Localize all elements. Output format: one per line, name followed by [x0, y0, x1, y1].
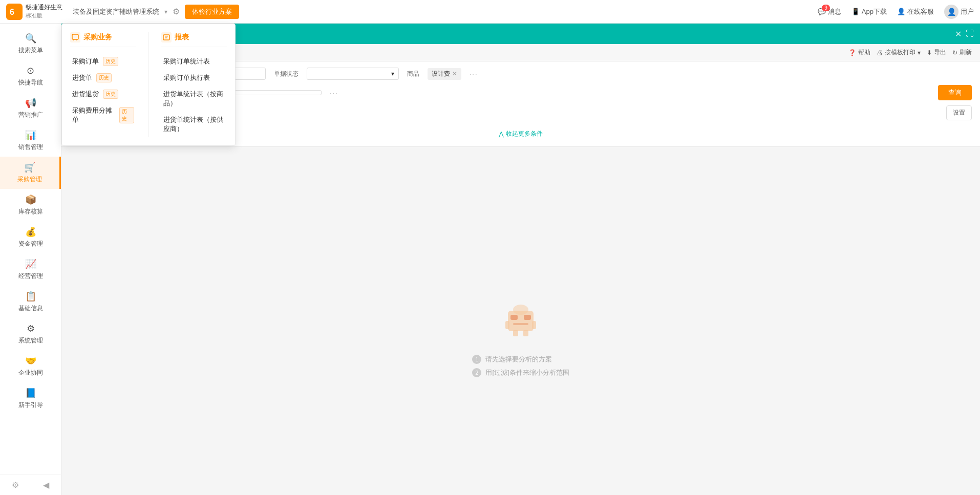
sidebar-item-nav-label: 快捷导航 [18, 78, 43, 87]
newbie-icon: 📘 [25, 388, 36, 399]
search-icon: 🔍 [25, 33, 36, 44]
empty-tip-1: 1 请先选择要分析的方案 [472, 355, 569, 364]
svg-rect-2 [510, 315, 518, 320]
step-1-icon: 1 [472, 355, 481, 364]
sidebar-settings-icon[interactable]: ⚙ [12, 480, 19, 490]
sidebar-item-inventory[interactable]: 📦 库存核算 [0, 189, 61, 221]
query-button[interactable]: 查询 [938, 85, 972, 100]
service-icon: 👤 [897, 8, 905, 15]
purchase-expense-label: 采购费用分摊单 [72, 106, 115, 124]
sidebar-item-nav[interactable]: ⊙ 快捷导航 [0, 60, 61, 92]
online-service-label: 在线客服 [907, 7, 934, 16]
sidebar-item-purchase-label: 采购管理 [17, 175, 42, 184]
doc-status-select[interactable]: ▾ [307, 68, 399, 80]
logo-sub: 标准版 [26, 12, 62, 19]
sidebar-item-newbie[interactable]: 📘 新手引导 [0, 382, 61, 415]
sidebar-item-system-label: 系统管理 [18, 336, 43, 345]
purchase-title-icon [70, 32, 80, 42]
export-icon: ⬇ [927, 49, 932, 56]
purchase-icon: 🛒 [24, 162, 35, 173]
message-badge: 9 [822, 5, 830, 11]
export-action[interactable]: ⬇ 导出 [927, 48, 946, 57]
goods-more-dots[interactable]: ··· [470, 70, 478, 78]
sidebar-item-basic[interactable]: 📋 基础信息 [0, 286, 61, 318]
goods-tag-value: 设计费 [432, 70, 450, 78]
purchase-order-exec-label: 采购订单执行表 [163, 73, 210, 82]
operations-icon: 📈 [25, 259, 36, 270]
logo-area: 6 畅捷通好生意 标准版 [6, 4, 68, 20]
purchase-business-col: 采购业务 采购订单 历史 进货单 历史 进货退货 历史 采购费用分摊单 历史 [70, 32, 136, 137]
sidebar-item-finance[interactable]: 💰 资金管理 [0, 221, 61, 253]
menu-goods-stat-by-product[interactable]: 进货单统计表（按商品） [161, 86, 227, 112]
topbar-right: 💬 9 消息 📱 App下载 👤 在线客服 👤 用户 [818, 5, 974, 19]
svg-rect-13 [163, 35, 169, 40]
menu-purchase-expense[interactable]: 采购费用分摊单 历史 [70, 102, 136, 128]
logo-name: 畅捷通好生意 [26, 4, 62, 12]
sidebar-item-operations[interactable]: 📈 经营管理 [0, 253, 61, 286]
topbar: 6 畅捷通好生意 标准版 装备及固定资产辅助管理系统 ▾ ⚙ 体验行业方案 💬 … [0, 0, 980, 24]
sidebar-item-enterprise[interactable]: 🤝 企业协同 [0, 350, 61, 382]
report-col: 报表 采购订单统计表 采购订单执行表 进货单统计表（按商品） 进货单统计表（按供… [161, 32, 227, 137]
menu-purchase-order-stat[interactable]: 采购订单统计表 [161, 53, 227, 70]
menu-goods-stat-by-supplier[interactable]: 进货单统计表（按供应商） [161, 112, 227, 137]
settings-button[interactable]: 设置 [946, 105, 972, 120]
message-action[interactable]: 💬 9 消息 [818, 7, 841, 16]
step-2-icon: 2 [472, 368, 481, 377]
online-service-action[interactable]: 👤 在线客服 [897, 7, 934, 16]
report-title: 报表 [161, 32, 227, 47]
menu-purchase-order[interactable]: 采购订单 历史 [70, 53, 136, 70]
refresh-icon: ↻ [952, 49, 957, 56]
print-icon: 🖨 [877, 49, 883, 56]
purchase-order-label: 采购订单 [72, 57, 99, 66]
menu-goods-receipt[interactable]: 进货单 历史 [70, 70, 136, 86]
tab-close-all-icon[interactable]: ✕ [955, 29, 962, 39]
doc-status-arrow: ▾ [391, 70, 394, 77]
help-icon: ❓ [848, 49, 856, 56]
refresh-action[interactable]: ↻ 刷新 [952, 48, 972, 57]
print-dropdown-icon[interactable]: ▾ [918, 49, 921, 56]
industry-btn[interactable]: 体验行业方案 [185, 5, 239, 19]
tab-expand-icon[interactable]: ⛶ [966, 29, 974, 38]
svg-rect-3 [524, 315, 531, 320]
report-title-text: 报表 [175, 33, 189, 42]
purchase-dropdown-popup: 采购业务 采购订单 历史 进货单 历史 进货退货 历史 采购费用分摊单 历史 [61, 24, 236, 146]
enterprise-icon: 🤝 [25, 355, 36, 367]
purchase-order-history: 历史 [103, 57, 118, 66]
svg-point-9 [513, 305, 528, 315]
mobile-icon: 📱 [851, 8, 860, 15]
sidebar-item-system[interactable]: ⚙ 系统管理 [0, 318, 61, 350]
settings-icon[interactable]: ⚙ [173, 7, 180, 16]
svg-rect-10 [72, 34, 78, 39]
sidebar-item-search[interactable]: 🔍 搜索菜单 [0, 28, 61, 60]
user-label: 用户 [961, 7, 974, 16]
sidebar-item-marketing[interactable]: 📢 营销推广 [0, 92, 61, 124]
goods-return-history: 历史 [103, 90, 118, 99]
salesperson-more-dots[interactable]: ··· [330, 89, 338, 97]
sidebar-item-sales[interactable]: 📊 销售管理 [0, 124, 61, 157]
sidebar-collapse-icon[interactable]: ◀ [43, 480, 49, 490]
goods-stat-by-supplier-label: 进货单统计表（按供应商） [163, 115, 225, 134]
doc-status-label: 单据状态 [274, 70, 299, 78]
app-download-label: App下载 [862, 7, 887, 16]
goods-tag-close-icon[interactable]: ✕ [452, 70, 457, 77]
svg-rect-6 [532, 321, 536, 329]
sidebar-item-purchase[interactable]: 🛒 采购管理 [0, 157, 61, 189]
salesperson-select[interactable] [229, 90, 322, 95]
user-action[interactable]: 👤 用户 [944, 5, 974, 19]
refresh-label: 刷新 [960, 48, 972, 57]
print-action[interactable]: 🖨 按模板打印 ▾ [877, 48, 921, 57]
system-dropdown-arrow[interactable]: ▾ [164, 8, 167, 15]
dropdown-divider [148, 32, 149, 137]
help-action[interactable]: ❓ 帮助 [848, 48, 870, 57]
menu-purchase-order-exec[interactable]: 采购订单执行表 [161, 70, 227, 86]
tab-bar-right: ✕ ⛶ [955, 29, 980, 39]
print-label: 按模板打印 [885, 48, 915, 57]
svg-rect-4 [513, 323, 528, 325]
sidebar: 🔍 搜索菜单 ⊙ 快捷导航 📢 营销推广 📊 销售管理 🛒 采购管理 📦 库存核… [0, 24, 61, 495]
system-name: 装备及固定资产辅助管理系统 [73, 7, 159, 16]
app-download-action[interactable]: 📱 App下载 [851, 7, 887, 16]
menu-goods-return[interactable]: 进货退货 历史 [70, 86, 136, 102]
goods-label: 商品 [407, 70, 419, 78]
empty-text: 1 请先选择要分析的方案 2 用[过滤]条件来缩小分析范围 [472, 355, 569, 377]
nav-icon: ⊙ [27, 65, 34, 76]
